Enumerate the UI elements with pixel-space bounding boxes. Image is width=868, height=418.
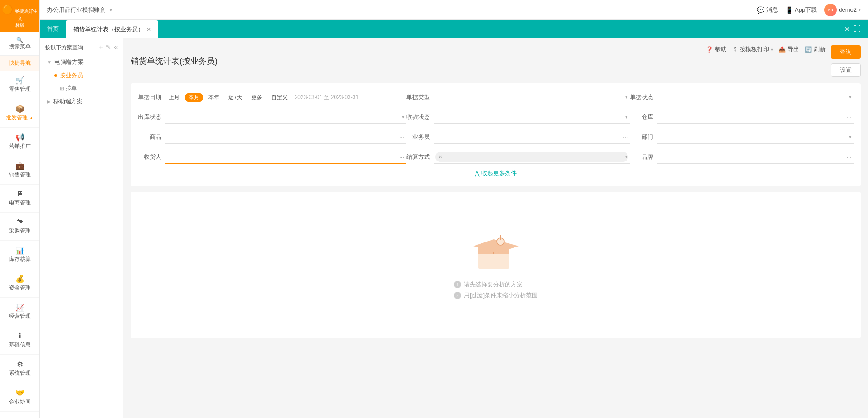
consignee-input[interactable]: ··· bbox=[165, 150, 406, 164]
sidebar-item-corp[interactable]: 🤝 企业协同 bbox=[0, 383, 39, 412]
date-tab-more[interactable]: 更多 bbox=[248, 93, 266, 102]
tree-desktop: ▼ 电脑端方案 按业务员 ⊞ 按单 bbox=[40, 55, 123, 95]
date-tab-7days[interactable]: 近7天 bbox=[225, 93, 246, 102]
maximize-icon[interactable]: ⛶ bbox=[854, 25, 861, 33]
date-tab-last-month[interactable]: 上月 bbox=[165, 93, 183, 102]
brand-label: 品牌 bbox=[630, 153, 657, 161]
payment-status-select[interactable]: ▾ bbox=[434, 110, 630, 124]
username: demo2 bbox=[839, 6, 857, 13]
settlement-select[interactable]: × ▾ bbox=[434, 150, 630, 164]
sidebar-item-operation[interactable]: 📈 经营管理 bbox=[0, 298, 39, 326]
add-scheme-button[interactable]: + bbox=[99, 43, 103, 52]
close-window-icon[interactable]: ✕ bbox=[844, 25, 850, 33]
sales-icon: 💼 bbox=[2, 162, 38, 170]
tree-node-mobile[interactable]: ▶ 移动端方案 bbox=[40, 95, 123, 108]
date-tab-this-year[interactable]: 本年 bbox=[205, 93, 223, 102]
sidebar-item-purchase[interactable]: 🛍 采购管理 bbox=[0, 213, 39, 241]
operation-icon: 📈 bbox=[2, 303, 38, 312]
out-status-caret: ▾ bbox=[402, 114, 405, 120]
out-status-label: 出库状态 bbox=[138, 113, 165, 121]
warehouse-label: 仓库 bbox=[630, 113, 657, 121]
sidebar-item-marketing[interactable]: 📢 营销推广 bbox=[0, 128, 39, 156]
tip-item-2: 2 用[过滤]条件来缩小分析范围 bbox=[454, 291, 538, 299]
tree-sub-order[interactable]: ⊞ 按单 bbox=[40, 82, 123, 95]
tip-text-2: 用[过滤]条件来缩小分析范围 bbox=[464, 291, 538, 299]
brand-input[interactable]: ··· bbox=[657, 150, 854, 164]
sidebar-item-wholesale[interactable]: 📦 批发管理 ▲ bbox=[0, 99, 39, 128]
warehouse-input[interactable]: ··· bbox=[657, 110, 854, 124]
doc-type-select[interactable]: ▾ bbox=[434, 90, 630, 104]
avatar-initials: Ea bbox=[828, 8, 833, 12]
app-download-button[interactable]: 📱 App下载 bbox=[785, 6, 817, 14]
doc-status-caret: ▾ bbox=[849, 94, 852, 100]
out-status-select[interactable]: ▾ bbox=[165, 110, 406, 124]
sidebar-item-label: 资金管理 bbox=[9, 285, 31, 291]
sidebar-item-label: 零售管理 bbox=[9, 86, 31, 92]
left-panel: 按以下方案查询 + ✎ « ▼ 电脑端方案 按业务员 ⊞ bbox=[40, 38, 123, 418]
sidebar-item-label: 库存核算 bbox=[9, 256, 31, 262]
sidebar-item-label: 经营管理 bbox=[9, 313, 31, 319]
refresh-button[interactable]: 🔄 刷新 bbox=[805, 45, 826, 53]
top-header: 办公用品行业模拟账套 ▾ 💬 消息 📱 App下载 Ea demo2 ▾ bbox=[40, 0, 868, 20]
doc-status-select[interactable]: ▾ bbox=[657, 90, 854, 104]
order-icon: ⊞ bbox=[60, 86, 64, 92]
refresh-label: 刷新 bbox=[814, 45, 826, 53]
sidebar-item-basic[interactable]: ℹ 基础信息 bbox=[0, 326, 39, 355]
tip-num-2: 2 bbox=[454, 292, 461, 299]
user-avatar-area[interactable]: Ea demo2 ▾ bbox=[824, 4, 861, 16]
title-dropdown-icon[interactable]: ▾ bbox=[109, 6, 113, 13]
query-btn-group: 查询 设置 bbox=[831, 45, 861, 77]
settings-button[interactable]: 设置 bbox=[831, 63, 861, 77]
left-panel-title: 按以下方案查询 bbox=[45, 44, 83, 52]
export-button[interactable]: 📤 导出 bbox=[778, 45, 799, 53]
sidebar-item-label: 批发管理 bbox=[6, 114, 28, 121]
sidebar-item-system[interactable]: ⚙ 系统管理 bbox=[0, 355, 39, 383]
salesperson-input[interactable]: ··· bbox=[434, 130, 630, 144]
salesperson-dots: ··· bbox=[623, 133, 628, 141]
sidebar-item-inventory[interactable]: 📊 库存核算 bbox=[0, 241, 39, 269]
sidebar: 🟠 畅捷通好生意 标版 🔍 搜索菜单 快捷导航 🛒 零售管理 📦 批发管理 ▲ … bbox=[0, 0, 40, 418]
sidebar-item-quick-nav[interactable]: 快捷导航 bbox=[0, 56, 39, 71]
ecommerce-icon: 🖥 bbox=[2, 190, 38, 198]
sidebar-item-sales[interactable]: 💼 销售管理 bbox=[0, 156, 39, 185]
sidebar-item-retail[interactable]: 🛒 零售管理 bbox=[0, 71, 39, 99]
sidebar-item-newbie[interactable]: 🎓 新手引导 bbox=[0, 412, 39, 418]
consignee-label: 收货人 bbox=[138, 153, 165, 161]
template-print-button[interactable]: 🖨 按模板打印 ▾ bbox=[732, 45, 773, 53]
message-button[interactable]: 💬 消息 bbox=[757, 6, 778, 14]
doc-type-label: 单据类型 bbox=[406, 93, 434, 101]
header-right: 💬 消息 📱 App下载 Ea demo2 ▾ bbox=[757, 4, 861, 16]
filter-row-1: 单据日期 上月 本月 本年 近7天 更多 自定义 2023-03-01 至 20… bbox=[138, 90, 854, 104]
goods-input[interactable]: ··· bbox=[165, 130, 406, 144]
edit-scheme-button[interactable]: ✎ bbox=[106, 43, 111, 52]
logo-icon: 🟠 bbox=[2, 5, 13, 14]
department-select[interactable]: ▾ bbox=[657, 130, 854, 144]
settlement-tag-x[interactable]: × bbox=[439, 154, 442, 160]
sidebar-item-ecommerce[interactable]: 🖥 电商管理 bbox=[0, 185, 39, 213]
sidebar-item-label: 采购管理 bbox=[9, 228, 31, 234]
print-dropdown-icon: ▾ bbox=[771, 47, 773, 52]
collapse-button[interactable]: ⋀ 收起更多条件 bbox=[475, 169, 517, 177]
page-actions: ❓ 帮助 🖨 按模板打印 ▾ 📤 导出 🔄 bbox=[706, 45, 826, 53]
main-area: 办公用品行业模拟账套 ▾ 💬 消息 📱 App下载 Ea demo2 ▾ 首 bbox=[40, 0, 868, 418]
settlement-tag: × bbox=[435, 152, 628, 162]
query-button[interactable]: 查询 bbox=[831, 45, 861, 59]
payment-status-caret: ▾ bbox=[625, 114, 628, 120]
sidebar-logo[interactable]: 🟠 畅捷通好生意 标版 bbox=[0, 0, 39, 32]
settlement-label: 结算方式 bbox=[406, 153, 434, 161]
tree-node-desktop[interactable]: ▼ 电脑端方案 bbox=[40, 55, 123, 69]
date-tab-custom[interactable]: 自定义 bbox=[268, 93, 291, 102]
tab-home[interactable]: 首页 bbox=[40, 20, 66, 38]
filter-row-3: 商品 ··· 业务员 ··· 部门 ▾ bbox=[138, 130, 854, 144]
sidebar-item-finance[interactable]: 💰 资金管理 bbox=[0, 269, 39, 298]
sidebar-item-search[interactable]: 🔍 搜索菜单 bbox=[0, 32, 39, 56]
tab-sales-stat[interactable]: 销货单统计表（按业务员） ✕ bbox=[66, 20, 158, 38]
tab-close-icon[interactable]: ✕ bbox=[146, 26, 151, 33]
help-button[interactable]: ❓ 帮助 bbox=[706, 45, 726, 53]
date-tab-this-month[interactable]: 本月 bbox=[185, 93, 203, 102]
collapse-panel-button[interactable]: « bbox=[114, 43, 118, 52]
tip-item-1: 1 请先选择要分析的方案 bbox=[454, 280, 538, 289]
finance-icon: 💰 bbox=[2, 275, 38, 283]
tree-child-salesperson[interactable]: 按业务员 bbox=[40, 69, 123, 82]
filter-card: 单据日期 上月 本月 本年 近7天 更多 自定义 2023-03-01 至 20… bbox=[131, 83, 861, 186]
